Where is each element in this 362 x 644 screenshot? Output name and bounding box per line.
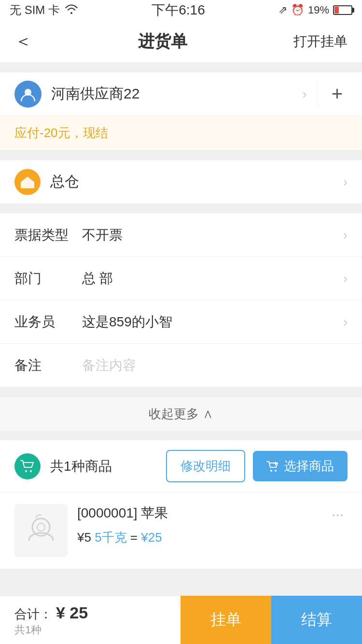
hold-label: 挂单 — [210, 609, 241, 630]
select-product-button[interactable]: 选择商品 — [253, 451, 348, 481]
bottom-bar: 合计： ¥ 25 共1种 挂单 结算 — [0, 596, 362, 644]
status-right: ⇗ ⏰ 19% — [278, 4, 352, 16]
alarm-icon: ⏰ — [291, 4, 304, 16]
salesperson-label: 业务员 — [14, 313, 82, 331]
modify-detail-button[interactable]: 修改明细 — [166, 450, 245, 482]
salesperson-chevron-icon: › — [343, 314, 348, 330]
svg-point-3 — [270, 470, 272, 472]
supplier-row[interactable]: 河南供应商22 › + — [0, 72, 362, 116]
status-bar: 无 SIM 卡 下午6:16 ⇗ ⏰ 19% — [0, 0, 362, 20]
supplier-name: 河南供应商22 — [51, 84, 302, 104]
department-row[interactable]: 部门 总 部 › — [0, 257, 362, 300]
product-item: [0000001] 苹果 ¥5 5千克 = ¥25 ··· — [0, 492, 362, 569]
location-icon: ⇗ — [278, 4, 287, 16]
carrier-text: 无 SIM 卡 — [10, 2, 60, 18]
invoice-type-row[interactable]: 票据类型 不开票 › — [0, 213, 362, 257]
svg-point-1 — [25, 470, 27, 472]
wifi-icon — [65, 3, 78, 17]
nav-bar: ＜ 进货单 打开挂单 — [0, 20, 362, 63]
warehouse-row[interactable]: 总仓 › — [0, 160, 362, 204]
product-count-text: 共1种商品 — [50, 457, 166, 476]
hold-button[interactable]: 挂单 — [181, 596, 271, 644]
total-row: 合计： ¥ 25 — [14, 603, 166, 623]
unit-price: ¥5 — [77, 530, 91, 545]
notice-text: 应付-20元，现结 — [14, 126, 108, 140]
product-price: ¥5 5千克 = ¥25 — [77, 529, 328, 546]
product-name: [0000001] 苹果 — [77, 504, 328, 522]
collapse-bar[interactable]: 收起更多 ∧ — [0, 397, 362, 431]
product-cart-icon — [14, 453, 41, 479]
supplier-right: › + — [302, 82, 348, 106]
form-section: 票据类型 不开票 › 部门 总 部 › 业务员 这是859的小智 › 备注 备注… — [0, 213, 362, 387]
open-hold-button[interactable]: 打开挂单 — [293, 32, 348, 51]
battery-percent: 19% — [308, 4, 329, 16]
svg-point-4 — [275, 470, 277, 472]
department-value: 总 部 — [82, 269, 343, 288]
product-qty: 5千克 — [95, 530, 126, 545]
invoice-chevron-icon: › — [343, 227, 348, 243]
product-info: [0000001] 苹果 ¥5 5千克 = ¥25 — [77, 504, 328, 546]
chevron-right-icon: › — [302, 86, 306, 102]
total-count: 共1种 — [14, 623, 166, 637]
product-section: 共1种商品 修改明细 选择商品 [0000001] 苹果 — [0, 440, 362, 569]
supplier-avatar — [14, 81, 42, 108]
select-product-label: 选择商品 — [284, 458, 334, 475]
salesperson-row[interactable]: 业务员 这是859的小智 › — [0, 300, 362, 344]
invoice-type-label: 票据类型 — [14, 226, 82, 244]
back-button[interactable]: ＜ — [14, 29, 32, 53]
total-amount: ¥ 25 — [56, 603, 88, 622]
product-subtotal: ¥25 — [141, 530, 162, 545]
svg-point-2 — [30, 470, 32, 472]
gap2 — [0, 151, 362, 160]
warehouse-name: 总仓 — [50, 172, 343, 192]
remark-row[interactable]: 备注 备注内容 — [0, 344, 362, 387]
total-label: 合计： — [14, 606, 52, 623]
svg-point-6 — [37, 523, 45, 531]
status-left: 无 SIM 卡 — [10, 2, 78, 18]
product-header: 共1种商品 修改明细 选择商品 — [0, 440, 362, 492]
checkout-button[interactable]: 结算 — [271, 596, 362, 644]
battery-icon — [333, 5, 352, 15]
department-label: 部门 — [14, 269, 82, 288]
invoice-type-value: 不开票 — [82, 226, 343, 244]
remark-label: 备注 — [14, 356, 82, 375]
notice-bar: 应付-20元，现结 — [0, 116, 362, 151]
collapse-text: 收起更多 ∧ — [149, 406, 213, 422]
warehouse-chevron-icon: › — [343, 174, 348, 190]
page-title: 进货单 — [138, 30, 187, 53]
checkout-label: 结算 — [301, 609, 332, 630]
department-chevron-icon: › — [343, 271, 348, 286]
remark-input[interactable]: 备注内容 — [82, 356, 348, 375]
product-thumbnail — [14, 504, 68, 557]
salesperson-value: 这是859的小智 — [82, 313, 343, 331]
warehouse-icon — [14, 169, 41, 195]
product-code: [0000001] — [77, 505, 138, 520]
total-area: 合计： ¥ 25 共1种 — [0, 596, 181, 644]
equals-sign: = — [130, 530, 141, 545]
product-title: 苹果 — [141, 505, 168, 520]
add-button[interactable]: + — [327, 83, 348, 105]
product-more-button[interactable]: ··· — [328, 504, 348, 524]
status-time: 下午6:16 — [152, 1, 205, 19]
vertical-divider — [317, 82, 317, 106]
gap1 — [0, 63, 362, 72]
